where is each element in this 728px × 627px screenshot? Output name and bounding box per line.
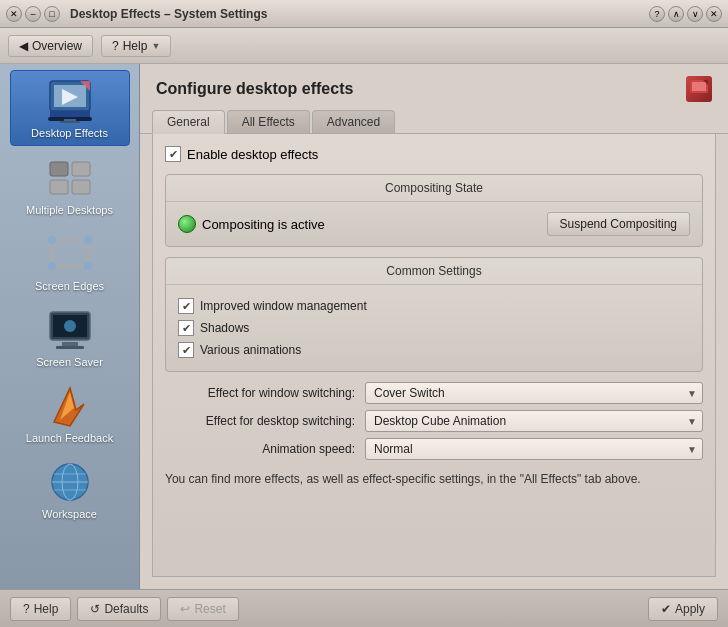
help-button[interactable]: ? Help ▼ bbox=[101, 35, 171, 57]
back-icon: ◀ bbox=[19, 39, 28, 53]
check-row-animations: ✔ Various animations bbox=[178, 339, 690, 361]
reset-label: Reset bbox=[194, 602, 225, 616]
sidebar-item-desktop-effects-label: Desktop Effects bbox=[31, 127, 108, 139]
svg-rect-19 bbox=[62, 342, 78, 346]
svg-rect-10 bbox=[72, 180, 90, 194]
tab-all-effects-label: All Effects bbox=[242, 115, 295, 129]
window-controls[interactable]: ✕ – □ bbox=[6, 6, 60, 22]
apply-icon: ✔ bbox=[661, 602, 671, 616]
content-header-icon bbox=[686, 76, 712, 102]
enable-desktop-effects-row: ✔ Enable desktop effects bbox=[165, 146, 703, 162]
svg-rect-29 bbox=[692, 82, 706, 91]
animation-speed-label: Animation speed: bbox=[165, 442, 365, 456]
sidebar-item-screen-saver[interactable]: Screen Saver bbox=[10, 300, 130, 374]
window-switching-select[interactable]: Cover Switch Flip Switch Box Switch None bbox=[365, 382, 703, 404]
common-settings-section: Common Settings ✔ Improved window manage… bbox=[165, 257, 703, 372]
down-btn[interactable]: ∨ bbox=[687, 6, 703, 22]
enable-desktop-effects-checkbox[interactable]: ✔ bbox=[165, 146, 181, 162]
workspace-icon bbox=[46, 458, 94, 506]
sidebar-item-launch-feedback[interactable]: Launch Feedback bbox=[10, 376, 130, 450]
check-row-shadows: ✔ Shadows bbox=[178, 317, 690, 339]
animation-speed-row: Animation speed: Very Slow Slow Normal F… bbox=[165, 438, 703, 460]
shadows-label: Shadows bbox=[200, 321, 249, 335]
help-title-btn[interactable]: ? bbox=[649, 6, 665, 22]
sidebar: Desktop Effects Multiple Desktops bbox=[0, 64, 140, 589]
tab-general[interactable]: General bbox=[152, 110, 225, 134]
tab-panel-general: ✔ Enable desktop effects Compositing Sta… bbox=[152, 134, 716, 577]
sidebar-item-workspace[interactable]: Workspace bbox=[10, 452, 130, 526]
common-settings-title: Common Settings bbox=[166, 258, 702, 285]
desktop-switching-select[interactable]: Desktop Cube Animation Slide Fade Deskto… bbox=[365, 410, 703, 432]
compositing-content: Compositing is active Suspend Compositin… bbox=[166, 202, 702, 246]
status-dot-active bbox=[178, 215, 196, 233]
svg-point-13 bbox=[84, 236, 92, 244]
svg-rect-11 bbox=[52, 240, 88, 266]
help-bottom-button[interactable]: ? Help bbox=[10, 597, 71, 621]
tab-general-label: General bbox=[167, 115, 210, 129]
sidebar-item-screen-edges[interactable]: Screen Edges bbox=[10, 224, 130, 298]
tab-all-effects[interactable]: All Effects bbox=[227, 110, 310, 133]
window-switching-select-wrapper: Cover Switch Flip Switch Box Switch None… bbox=[365, 382, 703, 404]
svg-point-15 bbox=[84, 262, 92, 270]
window-title: Desktop Effects – System Settings bbox=[70, 7, 267, 21]
shadows-checkbox[interactable]: ✔ bbox=[178, 320, 194, 336]
maximize-button[interactable]: □ bbox=[44, 6, 60, 22]
tab-advanced-label: Advanced bbox=[327, 115, 380, 129]
main-layout: Desktop Effects Multiple Desktops bbox=[0, 64, 728, 589]
various-animations-checkbox[interactable]: ✔ bbox=[178, 342, 194, 358]
svg-rect-6 bbox=[60, 121, 80, 123]
animation-speed-select[interactable]: Very Slow Slow Normal Fast Very Fast bbox=[365, 438, 703, 460]
desktop-switching-select-wrapper: Desktop Cube Animation Slide Fade Deskto… bbox=[365, 410, 703, 432]
window-switching-label: Effect for window switching: bbox=[165, 386, 365, 400]
up-btn[interactable]: ∧ bbox=[668, 6, 684, 22]
various-animations-label: Various animations bbox=[200, 343, 301, 357]
toolbar: ◀ Overview ? Help ▼ bbox=[0, 28, 728, 64]
window-switching-row: Effect for window switching: Cover Switc… bbox=[165, 382, 703, 404]
launch-feedback-icon bbox=[46, 382, 94, 430]
enable-desktop-effects-label: Enable desktop effects bbox=[187, 147, 318, 162]
help-icon: ? bbox=[112, 39, 119, 53]
sidebar-item-multiple-desktops[interactable]: Multiple Desktops bbox=[10, 148, 130, 222]
sidebar-item-desktop-effects[interactable]: Desktop Effects bbox=[10, 70, 130, 146]
page-title: Configure desktop effects bbox=[156, 80, 353, 98]
svg-rect-7 bbox=[50, 162, 68, 176]
svg-point-18 bbox=[64, 320, 76, 332]
defaults-icon: ↺ bbox=[90, 602, 100, 616]
desktop-switching-row: Effect for desktop switching: Desktop Cu… bbox=[165, 410, 703, 432]
titlebar: ✕ – □ Desktop Effects – System Settings … bbox=[0, 0, 728, 28]
help-bottom-icon: ? bbox=[23, 602, 30, 616]
reset-button[interactable]: ↩ Reset bbox=[167, 597, 238, 621]
close-title-btn[interactable]: ✕ bbox=[706, 6, 722, 22]
apply-button[interactable]: ✔ Apply bbox=[648, 597, 718, 621]
help-bottom-label: Help bbox=[34, 602, 59, 616]
defaults-button[interactable]: ↺ Defaults bbox=[77, 597, 161, 621]
improved-window-mgmt-checkbox[interactable]: ✔ bbox=[178, 298, 194, 314]
common-settings-content: ✔ Improved window management ✔ Shadows ✔… bbox=[166, 285, 702, 371]
bottom-bar: ? Help ↺ Defaults ↩ Reset ✔ Apply bbox=[0, 589, 728, 627]
svg-rect-8 bbox=[72, 162, 90, 176]
compositing-section-title: Compositing State bbox=[166, 175, 702, 202]
sidebar-item-multiple-desktops-label: Multiple Desktops bbox=[26, 204, 113, 216]
overview-button[interactable]: ◀ Overview bbox=[8, 35, 93, 57]
tab-advanced[interactable]: Advanced bbox=[312, 110, 395, 133]
screen-edges-icon bbox=[46, 230, 94, 278]
sidebar-item-workspace-label: Workspace bbox=[42, 508, 97, 520]
content-area: Configure desktop effects General All Ef… bbox=[140, 64, 728, 589]
defaults-label: Defaults bbox=[104, 602, 148, 616]
compositing-status-text: Compositing is active bbox=[202, 217, 325, 232]
svg-point-12 bbox=[48, 236, 56, 244]
svg-rect-20 bbox=[56, 346, 84, 349]
svg-point-14 bbox=[48, 262, 56, 270]
close-button[interactable]: ✕ bbox=[6, 6, 22, 22]
overview-label: Overview bbox=[32, 39, 82, 53]
improved-window-mgmt-label: Improved window management bbox=[200, 299, 367, 313]
compositing-row: Compositing is active Suspend Compositin… bbox=[178, 212, 690, 236]
reset-icon: ↩ bbox=[180, 602, 190, 616]
desktop-effects-icon bbox=[46, 77, 94, 125]
sidebar-item-launch-feedback-label: Launch Feedback bbox=[26, 432, 113, 444]
check-row-improved: ✔ Improved window management bbox=[178, 295, 690, 317]
info-text: You can find more effects, as well as ef… bbox=[165, 470, 703, 488]
minimize-button[interactable]: – bbox=[25, 6, 41, 22]
sidebar-item-screen-saver-label: Screen Saver bbox=[36, 356, 103, 368]
suspend-compositing-button[interactable]: Suspend Compositing bbox=[547, 212, 690, 236]
